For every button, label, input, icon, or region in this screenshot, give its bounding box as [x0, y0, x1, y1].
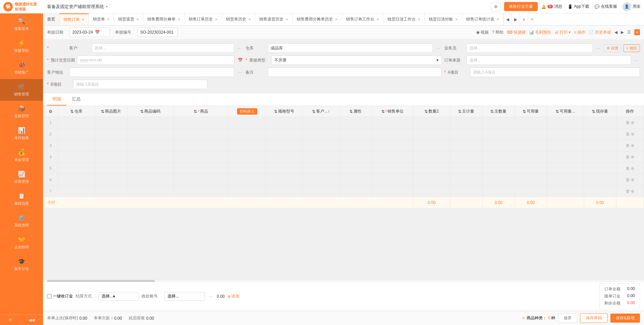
action-shortcuts[interactable]: ⌨ 快捷键 — [507, 30, 526, 35]
date-input[interactable]: 2023-03-24 📅 — [69, 28, 110, 37]
copy-icon[interactable]: ⊕ — [631, 132, 634, 136]
bank-account-more[interactable]: ··· — [207, 294, 214, 299]
tab-home[interactable]: 首页 — [43, 13, 60, 25]
tab-nav-next[interactable]: ▶ — [512, 13, 520, 25]
tab-close-order-history[interactable]: ✕ — [215, 17, 218, 21]
copy-icon[interactable]: ⊕ — [631, 143, 634, 148]
tab-summary[interactable]: 汇总 — [67, 93, 86, 106]
delivery-date-input[interactable]: yyyy-mm-dd — [77, 55, 235, 65]
notes-input[interactable] — [268, 68, 441, 77]
solution-button[interactable]: 体验行业方案 — [504, 2, 538, 11]
th-product[interactable]: ⇅*商品 — [173, 106, 229, 117]
sidebar-item-marketing[interactable]: 📣 营销推广 — [0, 57, 43, 79]
a-project-input[interactable]: 请输入A项目 — [470, 68, 640, 77]
sidebar-item-basic-info[interactable]: 📋 基础信息 — [0, 188, 43, 210]
tab-sales-note[interactable]: 销货单 ✕ — [89, 13, 114, 25]
order-source-more[interactable]: ··· — [633, 57, 640, 63]
quickpay-checkbox-label[interactable]: 一键收订金 — [47, 293, 73, 299]
tab-sales-order[interactable]: 销售订单 ✕ — [60, 13, 89, 25]
sidebar-item-search-menu[interactable]: 🔍 搜索菜单 — [0, 13, 43, 35]
staff-more[interactable]: ··· — [595, 45, 602, 51]
tab-detail[interactable]: 明细 — [47, 93, 67, 106]
tab-note-history[interactable]: 销货单历史 ✕ — [222, 13, 255, 25]
tab-close-sales-order[interactable]: ✕ — [82, 18, 84, 22]
b-project-input[interactable]: 请输入B项目 — [73, 80, 207, 89]
sidebar-item-inventory[interactable]: 📊 库存核算 — [0, 123, 43, 145]
tab-return-history[interactable]: 销售退货历史 ✕ — [255, 13, 293, 25]
address-more[interactable]: ··· — [236, 70, 243, 75]
tab-reconcile[interactable]: 钱货日清对账 ✕ — [425, 13, 462, 25]
tab-daily-clear-workbench[interactable]: 钱货日清工作台 ✕ — [383, 13, 425, 25]
sidebar-item-enterprise[interactable]: 🤝 企业协同 — [0, 232, 43, 254]
delete-icon[interactable]: 🗑 — [626, 177, 630, 182]
sidebar-item-finance[interactable]: 💰 资金管理 — [0, 145, 43, 166]
scan-button[interactable]: 扫码录入 — [237, 108, 257, 115]
sidebar-item-sales-mgmt[interactable]: 🛒 销售管理 — [0, 79, 43, 101]
sidebar-item-operations[interactable]: 📈 经营管理 — [0, 166, 43, 188]
user-area[interactable]: 👤 用友 — [622, 2, 641, 11]
draft-button[interactable]: 保存草稿 — [580, 313, 608, 323]
payment-method-select[interactable]: 选择... ▾ — [99, 292, 139, 301]
save-button[interactable]: 保存&新增 — [610, 314, 640, 323]
tab-close-reconcile[interactable]: ✕ — [455, 17, 458, 21]
tab-close-sales-note[interactable]: ✕ — [107, 17, 110, 21]
online-service[interactable]: 💬 在线客服 — [595, 4, 617, 9]
system-title-dropdown[interactable]: ▾ — [106, 5, 108, 8]
customer-input[interactable]: 选择... — [91, 43, 234, 53]
th-warehouse[interactable]: ⇅仓库 — [58, 106, 95, 117]
sidebar-item-quick-nav[interactable]: ⚡ 快捷导航 — [0, 35, 43, 57]
delete-icon[interactable]: 🗑 — [626, 132, 630, 136]
tab-close-workbench[interactable]: ✕ — [376, 17, 379, 21]
tab-sales-expense[interactable]: 销售费用分摊单 ✕ — [143, 13, 185, 25]
nav-next-icon[interactable]: ▶ — [621, 30, 624, 35]
tab-close-return-history[interactable]: ✕ — [286, 17, 288, 21]
tab-close-sales-expense[interactable]: ✕ — [178, 17, 180, 21]
copy-icon[interactable]: ⊕ — [631, 189, 634, 194]
th-image[interactable]: ⇅商品图片 — [95, 106, 127, 117]
action-help[interactable]: ? 帮助 — [492, 30, 503, 35]
add-payment-btn[interactable]: ⊕ 添加 — [227, 293, 239, 299]
th-current[interactable]: ⇅现存量 — [584, 106, 616, 117]
th-available[interactable]: ⇅可用量 — [515, 106, 547, 117]
action-history[interactable]: 📄 历史单据 — [589, 30, 611, 35]
list-view-icon[interactable]: ☰ — [627, 30, 631, 35]
th-customer-spec[interactable]: ⇅客户...ℹ — [302, 106, 339, 117]
copy-icon[interactable]: ⊕ — [631, 155, 634, 159]
quickpay-checkbox[interactable] — [47, 294, 51, 298]
sidebar-item-guide[interactable]: 🎓 新手引导 — [0, 254, 43, 276]
tab-workbench[interactable]: 销售订单工作台 ✕ — [342, 13, 383, 25]
staff-input[interactable]: 选择... — [466, 43, 593, 53]
invoice-type-select[interactable]: 不开票 ▾ — [271, 55, 442, 65]
tab-sales-return[interactable]: 销货退货 ✕ — [114, 13, 143, 25]
tab-statistics[interactable]: 销售订单统计表 ✕ — [462, 13, 503, 25]
address-input[interactable] — [69, 68, 234, 77]
add-field-btn[interactable]: + 物流 — [623, 44, 640, 52]
delete-icon[interactable]: 🗑 — [626, 143, 630, 148]
tab-nav-prev[interactable]: ◀ — [503, 13, 512, 25]
th-scan[interactable]: 扫码录入 — [229, 106, 266, 117]
sidebar-collapse-icon[interactable]: ◀◀ — [29, 318, 35, 322]
action-ops[interactable]: ≡ 操作 — [574, 30, 585, 35]
notifications[interactable]: 🔔 9 消息 — [541, 4, 562, 9]
scroll-indicator[interactable] — [43, 279, 644, 282]
th-main-unit[interactable]: ⇅主计量 — [450, 106, 482, 117]
delete-icon[interactable]: 🗑 — [626, 120, 630, 125]
tab-close-statistics[interactable]: ✕ — [496, 17, 499, 21]
delete-icon[interactable]: 🗑 — [626, 155, 630, 159]
th-spec[interactable]: ⇅规格型号 — [266, 106, 303, 117]
action-print[interactable]: 🖨 打印 ▾ — [555, 30, 571, 35]
settings-btn[interactable]: ⚙ 设置 — [604, 44, 621, 52]
bank-account-select[interactable]: 选择... — [164, 292, 205, 301]
tab-nav-close-all[interactable]: ✕ — [528, 13, 536, 25]
copy-icon[interactable]: ⊕ — [631, 177, 634, 182]
grid-view-icon[interactable]: ≡ — [634, 29, 640, 35]
sidebar-item-purchase-mgmt[interactable]: 📦 采购管理 — [0, 101, 43, 123]
th-unit[interactable]: ⇅*销售单位 — [372, 106, 413, 117]
sidebar-item-system-mgmt[interactable]: ⚙️ 系统管理 — [0, 210, 43, 232]
nav-prev-icon[interactable]: ◀ — [614, 30, 617, 35]
delete-icon[interactable]: 🗑 — [626, 166, 630, 171]
tab-close-daily[interactable]: ✕ — [418, 17, 420, 21]
th-attr[interactable]: ⇅属性 — [339, 106, 372, 117]
th-qty2[interactable]: ⇅数量2 — [413, 106, 450, 117]
copy-icon[interactable]: ⊕ — [631, 166, 634, 171]
